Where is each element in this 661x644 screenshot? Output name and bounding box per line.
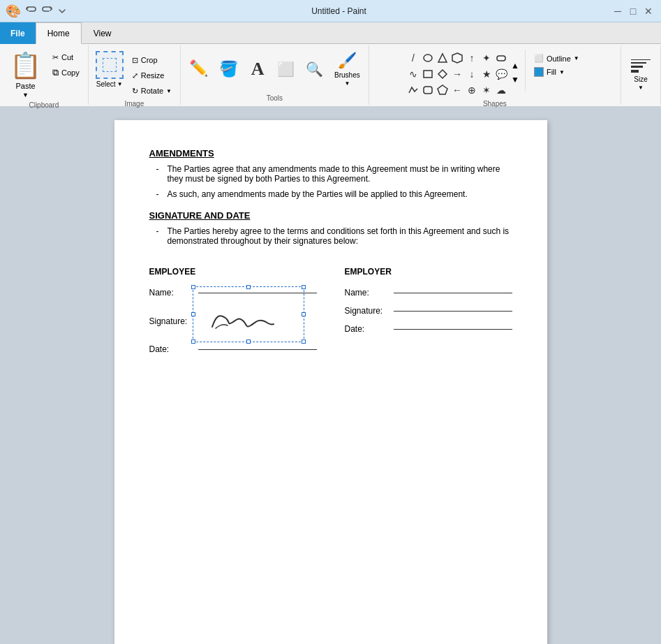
signature-section: EMPLOYEE Name: Signature: [149, 267, 512, 363]
star6-shape[interactable]: ✶ [480, 83, 493, 97]
fill-color-icon [534, 67, 544, 77]
signature-bullet: - The Parties hereby agree to the terms … [149, 226, 512, 246]
tab-file[interactable]: File [0, 22, 36, 44]
size-dropdown[interactable]: ▼ [638, 85, 644, 91]
svg-marker-5 [438, 85, 447, 94]
employer-signature-row: Signature: [345, 306, 512, 316]
dropdown-icon[interactable] [57, 6, 67, 16]
rounded-rect-shape[interactable] [421, 83, 435, 97]
eraser-button[interactable]: ⬜ [273, 50, 299, 89]
select-dropdown-icon[interactable]: ▼ [117, 81, 123, 87]
cut-button[interactable]: ✂ Cut [48, 50, 84, 65]
brushes-button[interactable]: 🖌️ Brushes ▼ [330, 50, 364, 89]
shapes-scroll-down[interactable]: ▼ [510, 73, 521, 86]
copy-button[interactable]: ⧉ Copy [48, 65, 84, 80]
callout-shape[interactable]: 💬 [494, 67, 508, 81]
freeform-shape[interactable] [406, 83, 420, 97]
employer-name-label: Name: [345, 288, 394, 298]
fill-button[interactable]: 🪣 [215, 50, 242, 89]
employer-heading: EMPLOYER [345, 267, 512, 277]
eraser-icon: ⬜ [277, 61, 295, 78]
star5-shape[interactable]: ★ [480, 67, 493, 81]
left-arrow-shape[interactable]: ← [450, 83, 464, 97]
size-button[interactable]: Size ▼ [625, 57, 656, 94]
svg-marker-3 [438, 54, 447, 62]
tools-group: ✏️ 🪣 A ⬜ 🔍 🖌️ Brushes ▼ [181, 45, 369, 105]
polygon-shape[interactable] [436, 51, 450, 65]
redo-icon[interactable] [40, 4, 54, 18]
employer-column: EMPLOYER Name: Signature: Date: [345, 267, 512, 363]
shapes-label: Shapes [373, 98, 616, 109]
tab-view[interactable]: View [82, 22, 124, 44]
up-arrow-shape[interactable]: ↑ [465, 51, 479, 65]
handle-mr[interactable] [302, 312, 306, 316]
paste-icon: 📋 [10, 51, 41, 80]
rotate-dropdown-icon[interactable]: ▼ [166, 88, 172, 94]
pencil-icon: ✏️ [189, 59, 208, 78]
canvas-page[interactable]: AMENDMENTS - The Parties agree that any … [114, 120, 547, 644]
ribbon-tabs: File Home View [0, 22, 661, 43]
resize-icon: ⤢ [132, 71, 138, 80]
right-arrow-shape[interactable]: → [450, 67, 464, 81]
diamond-shape[interactable] [436, 67, 450, 81]
paste-dropdown[interactable]: ▼ [22, 92, 29, 98]
size-group: Size ▼ [621, 45, 661, 105]
window-title: Untitled - Paint [70, 6, 608, 16]
svg-rect-7 [497, 56, 505, 61]
employer-name-row: Name: [345, 288, 512, 298]
size-label [625, 101, 656, 103]
cut-icon: ✂ [52, 53, 59, 62]
fill-color-button[interactable]: Fill ▼ [530, 66, 584, 78]
resize-button[interactable]: ⤢ Resize [128, 68, 176, 83]
line-shape[interactable]: / [406, 51, 420, 65]
employer-date-label: Date: [345, 324, 394, 334]
employee-sig-label: Signature: [149, 316, 198, 326]
rotate-button[interactable]: ↻ Rotate ▼ [128, 83, 176, 98]
clipboard-group: 📋 Paste ▼ ✂ Cut ⧉ Copy Clipboard [0, 45, 89, 105]
shapes-scroll-up[interactable]: ▲ [510, 59, 521, 72]
maximize-button[interactable]: □ [626, 4, 640, 18]
oval-shape[interactable] [421, 51, 435, 65]
close-button[interactable]: ✕ [641, 4, 655, 18]
rect-shape[interactable] [421, 67, 435, 81]
hexagon-shape[interactable] [450, 51, 464, 65]
employee-name-line [198, 293, 317, 293]
text-button[interactable]: A [245, 50, 270, 89]
employer-date-line [394, 329, 512, 330]
minimize-button[interactable]: ─ [611, 4, 625, 18]
crop-icon: ⊡ [132, 56, 138, 65]
svg-rect-2 [424, 87, 432, 94]
handle-br[interactable] [302, 339, 306, 344]
undo-icon[interactable] [24, 4, 38, 18]
color-picker-button[interactable]: 🔍 [302, 50, 327, 89]
crop-button[interactable]: ⊡ Crop [128, 52, 176, 68]
rounded-shape[interactable] [494, 51, 508, 65]
employer-sig-line [394, 311, 512, 312]
cloud-shape[interactable]: ☁ [494, 83, 508, 97]
title-bar: 🎨 Untitled - Paint ─ □ ✕ [0, 0, 661, 22]
canvas-wrapper: AMENDMENTS - The Parties agree that any … [0, 106, 661, 644]
brushes-dropdown-icon[interactable]: ▼ [344, 80, 350, 87]
ribbon-content: 📋 Paste ▼ ✂ Cut ⧉ Copy Clipboard [0, 43, 661, 106]
image-label: Image [93, 98, 176, 109]
rotate-icon: ↻ [132, 87, 138, 96]
size-lines-icon [631, 59, 651, 73]
tab-home[interactable]: Home [36, 22, 82, 44]
outline-dropdown[interactable]: ▼ [574, 55, 579, 61]
four-arrow-shape[interactable]: ⊕ [465, 83, 479, 97]
fill-dropdown[interactable]: ▼ [559, 69, 565, 75]
handle-bc[interactable] [246, 339, 251, 344]
paste-button[interactable]: 📋 Paste ▼ [4, 50, 47, 100]
svg-rect-1 [424, 71, 432, 78]
handle-bl[interactable] [191, 339, 195, 344]
pentagon-shape[interactable] [436, 83, 450, 97]
down-arrow-shape[interactable]: ↓ [465, 67, 479, 81]
select-button[interactable]: Select ▼ [93, 50, 126, 89]
star4-shape[interactable]: ✦ [480, 51, 493, 65]
pencil-button[interactable]: ✏️ [185, 50, 212, 89]
curve-shape[interactable]: ∿ [406, 67, 420, 81]
signature-image [198, 306, 282, 334]
outline-button[interactable]: ⬜ Outline ▼ [530, 52, 584, 64]
tools-label: Tools [185, 93, 364, 103]
employee-name-label: Name: [149, 288, 198, 298]
